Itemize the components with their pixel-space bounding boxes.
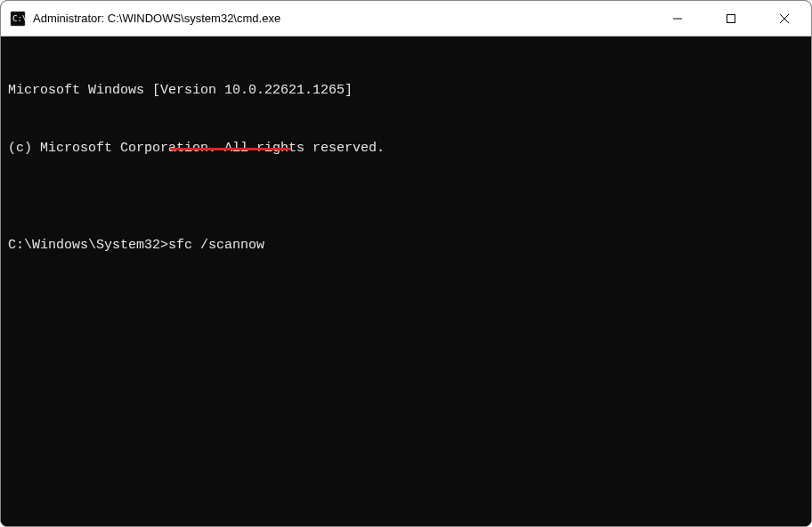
titlebar[interactable]: C:\ Administrator: C:\WINDOWS\system32\c… — [1, 1, 811, 36]
copyright-line: (c) Microsoft Corporation. All rights re… — [8, 139, 804, 158]
prompt-text: C:\Windows\System32> — [8, 238, 168, 253]
close-icon — [779, 13, 790, 24]
cmd-window: C:\ Administrator: C:\WINDOWS\system32\c… — [0, 0, 812, 527]
cmd-icon: C:\ — [10, 11, 26, 27]
svg-text:C:\: C:\ — [12, 14, 26, 23]
maximize-button[interactable] — [704, 1, 758, 36]
window-controls — [651, 1, 811, 36]
command-text: sfc /scannow — [168, 238, 264, 253]
window-title: Administrator: C:\WINDOWS\system32\cmd.e… — [33, 12, 280, 25]
version-line: Microsoft Windows [Version 10.0.22621.12… — [8, 81, 804, 101]
terminal-area[interactable]: Microsoft Windows [Version 10.0.22621.12… — [1, 36, 811, 526]
close-button[interactable] — [758, 1, 811, 36]
prompt-line: C:\Windows\System32>sfc /scannow — [8, 236, 804, 255]
maximize-icon — [726, 13, 736, 24]
minimize-icon — [672, 13, 683, 24]
red-underline-annotation — [170, 148, 290, 150]
minimize-button[interactable] — [651, 1, 704, 36]
svg-rect-3 — [727, 14, 735, 22]
